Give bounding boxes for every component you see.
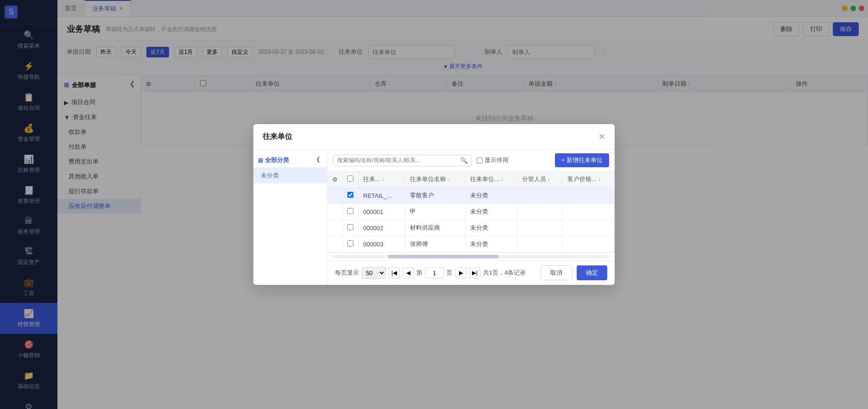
row-assignee-cell <box>517 236 563 252</box>
per-page-select[interactable]: 50 100 <box>362 267 386 279</box>
modal-table-row[interactable]: 000003 张师傅 未分类 <box>327 236 615 252</box>
partner-search-box: 🔍 <box>333 155 472 166</box>
row-assignee-cell <box>517 220 563 236</box>
page-number-input[interactable] <box>425 267 444 278</box>
row-code-cell: RETAIL_... <box>359 188 405 204</box>
show-disabled-label: 显示停用 <box>484 156 509 164</box>
page-word: 第 <box>416 269 422 277</box>
modal-category-uncategorized[interactable]: 未分类 <box>253 168 327 183</box>
modal-col-code: 往来... ↕ <box>359 171 405 188</box>
modal-header: 往来单位 ✕ <box>253 124 615 150</box>
prev-page-button[interactable]: ◀ <box>403 267 414 278</box>
show-disabled-checkbox-label[interactable]: 显示停用 <box>477 156 509 164</box>
last-page-button[interactable]: ▶| <box>469 267 480 278</box>
row-checkbox[interactable] <box>347 192 353 198</box>
row-settings-cell <box>327 188 343 204</box>
modal-table-row[interactable]: 000002 材料供应商 未分类 <box>327 220 615 236</box>
row-checkbox[interactable] <box>347 208 353 214</box>
per-page-label: 每页显示 <box>335 269 359 277</box>
row-checkbox-cell[interactable] <box>343 188 359 204</box>
row-name-cell: 张师傅 <box>405 236 465 252</box>
row-settings-cell <box>327 204 343 220</box>
add-partner-button[interactable]: + 新增往来单位 <box>555 153 609 167</box>
modal-col-price-level: 客户价格... ↕ <box>563 171 615 188</box>
search-icon: 🔍 <box>460 157 468 164</box>
row-name-cell: 甲 <box>405 204 465 220</box>
row-code-cell: 000002 <box>359 220 405 236</box>
total-info: 共1页，4条记录 <box>483 269 526 277</box>
page-unit: 页 <box>447 269 453 277</box>
row-category-cell: 未分类 <box>465 236 517 252</box>
first-page-button[interactable]: |◀ <box>389 267 400 278</box>
row-category-cell: 未分类 <box>465 204 517 220</box>
modal-title: 往来单位 <box>263 132 292 142</box>
modal-table-row[interactable]: 000001 甲 未分类 <box>327 204 615 220</box>
category-label: 未分类 <box>261 171 279 180</box>
row-price-level-cell <box>563 236 615 252</box>
modal-col-name: 往来单位名称 ↕ <box>405 171 465 188</box>
row-category-cell: 未分类 <box>465 220 517 236</box>
row-price-level-cell <box>563 220 615 236</box>
row-price-level-cell <box>563 188 615 204</box>
show-disabled-checkbox[interactable] <box>477 157 483 164</box>
row-settings-cell <box>327 236 343 252</box>
category-collapse-icon[interactable]: 《 <box>313 156 320 164</box>
modal-close-button[interactable]: ✕ <box>598 132 605 142</box>
confirm-button[interactable]: 确定 <box>577 265 607 280</box>
row-checkbox-cell[interactable] <box>343 236 359 252</box>
add-partner-label: + 新增往来单位 <box>561 156 603 164</box>
modal-right-panel: 🔍 显示停用 + 新增往来单位 ⚙ <box>327 150 615 285</box>
row-price-level-cell <box>563 204 615 220</box>
next-page-button[interactable]: ▶ <box>455 267 466 278</box>
row-name-cell: 零散客户 <box>405 188 465 204</box>
row-checkbox-cell[interactable] <box>343 204 359 220</box>
row-checkbox[interactable] <box>347 240 353 246</box>
category-header-label: 全部分类 <box>265 156 289 164</box>
modal-col-category: 往来单位... ↕ <box>465 171 517 188</box>
scrollbar-thumb[interactable] <box>388 255 498 258</box>
row-checkbox-cell[interactable] <box>343 220 359 236</box>
modal-col-checkbox <box>343 171 359 188</box>
row-assignee-cell <box>517 204 563 220</box>
row-code-cell: 000001 <box>359 204 405 220</box>
row-name-cell: 材料供应商 <box>405 220 465 236</box>
row-code-cell: 000003 <box>359 236 405 252</box>
partner-search-input[interactable] <box>337 157 458 164</box>
modal-col-settings[interactable]: ⚙ <box>327 171 343 188</box>
partner-table: ⚙ 往来... ↕ 往来单位名称 ↕ 往来单位... ↕ 分管人员 ↕ 客户价格… <box>327 171 615 252</box>
modal-actions: 取消 确定 <box>541 265 607 280</box>
partner-modal: 往来单位 ✕ ⊞ 全部分类 《 未分类 <box>253 124 615 285</box>
row-assignee-cell <box>517 188 563 204</box>
modal-body: ⊞ 全部分类 《 未分类 🔍 显示停用 <box>253 150 615 285</box>
pagination: 每页显示 50 100 |◀ ◀ 第 页 ▶ ▶| 共1页，4条记录 <box>335 267 526 279</box>
modal-scrollbar <box>327 252 615 260</box>
modal-overlay: 往来单位 ✕ ⊞ 全部分类 《 未分类 <box>0 0 868 409</box>
row-category-cell: 未分类 <box>465 188 517 204</box>
modal-category-header: ⊞ 全部分类 《 <box>253 153 327 168</box>
modal-footer: 每页显示 50 100 |◀ ◀ 第 页 ▶ ▶| 共1页，4条记录 <box>327 260 615 285</box>
grid-icon: ⊞ <box>258 157 263 164</box>
cancel-button[interactable]: 取消 <box>541 265 572 280</box>
modal-select-all[interactable] <box>347 176 353 182</box>
row-settings-cell <box>327 220 343 236</box>
row-checkbox[interactable] <box>347 224 353 230</box>
modal-toolbar: 🔍 显示停用 + 新增往来单位 <box>327 150 615 171</box>
modal-col-assignee: 分管人员 ↕ <box>517 171 563 188</box>
modal-table-wrap: ⚙ 往来... ↕ 往来单位名称 ↕ 往来单位... ↕ 分管人员 ↕ 客户价格… <box>327 171 615 252</box>
modal-table-row[interactable]: RETAIL_... 零散客户 未分类 <box>327 188 615 204</box>
modal-category-panel: ⊞ 全部分类 《 未分类 <box>253 150 327 285</box>
scrollbar-track <box>333 255 609 258</box>
